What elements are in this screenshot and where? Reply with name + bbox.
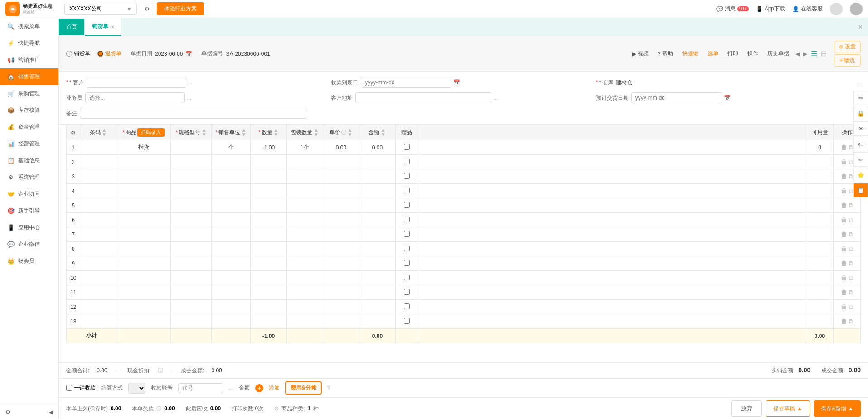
sidebar-item-purchase[interactable]: 🛒 采购管理 <box>0 85 58 102</box>
row-qty-2[interactable] <box>250 155 286 169</box>
row-unit-9[interactable] <box>212 256 251 271</box>
sidebar-collapse-icon[interactable]: ◀ <box>49 409 53 415</box>
row-unit-8[interactable] <box>212 242 251 256</box>
row-unit-5[interactable] <box>212 198 251 213</box>
row-delete-2[interactable]: 🗑 <box>841 158 847 165</box>
sidebar-gear-icon[interactable]: ⚙ <box>5 409 10 415</box>
expected-date-input[interactable] <box>631 92 722 103</box>
row-amount-6[interactable] <box>359 213 395 227</box>
row-barcode-5[interactable] <box>80 198 116 213</box>
row-spec-8[interactable] <box>171 242 212 256</box>
expense-btn[interactable]: 费用&分摊 <box>285 381 322 395</box>
row-unit-4[interactable] <box>212 184 251 198</box>
row-product-1[interactable]: 拆货 <box>116 140 171 155</box>
row-delete-13[interactable]: 🗑 <box>841 318 847 325</box>
row-gift-12[interactable] <box>395 300 418 314</box>
row-amount-4[interactable] <box>359 184 395 198</box>
customer-address-input[interactable] <box>355 92 491 103</box>
address-dots-btn[interactable]: ... <box>493 95 498 101</box>
due-date-input[interactable] <box>361 77 451 88</box>
next-record-icon[interactable]: ▶ <box>803 51 807 57</box>
row-barcode-9[interactable] <box>80 256 116 271</box>
row-amount-8[interactable] <box>359 242 395 256</box>
row-qty-1[interactable]: -1.00 <box>250 140 286 155</box>
float-edit-btn[interactable]: ✏ <box>853 91 868 105</box>
sidebar-item-operation[interactable]: 📊 经营管理 <box>0 135 58 152</box>
row-unit-6[interactable] <box>212 213 251 227</box>
tab-close-icon[interactable]: × <box>111 24 114 29</box>
float-lock-btn[interactable]: 🔒 <box>853 106 868 120</box>
dots-account[interactable]: ... <box>229 385 233 391</box>
row-amount-13[interactable] <box>359 314 395 329</box>
row-spec-2[interactable] <box>171 155 212 169</box>
th-settings[interactable]: ⚙ <box>67 125 80 140</box>
float-eye-btn[interactable]: 👁 <box>853 121 868 136</box>
toolbar-history-btn[interactable]: 历史单据 <box>765 49 792 58</box>
salesperson-dots-btn[interactable]: ... <box>187 95 191 101</box>
row-copy-9[interactable]: ⧉ <box>849 260 853 267</box>
sidebar-item-basic-info[interactable]: 📋 基础信息 <box>0 152 58 169</box>
trial-btn[interactable]: 体验行业方案 <box>157 2 204 15</box>
avatar[interactable] <box>830 3 843 15</box>
company-selector[interactable]: XXXXXX公司 ▼ <box>64 3 137 15</box>
save-draft-btn[interactable]: 保存草稿 ▲ <box>766 400 810 417</box>
sidebar-item-sales[interactable]: 🏠 销售管理 <box>0 68 58 85</box>
row-unit-11[interactable] <box>212 285 251 300</box>
row-pkgqty-9[interactable] <box>286 256 323 271</box>
row-price-4[interactable] <box>323 184 359 198</box>
row-price-12[interactable] <box>323 300 359 314</box>
row-unit-3[interactable] <box>212 169 251 184</box>
row-qty-8[interactable] <box>250 242 286 256</box>
row-copy-3[interactable]: ⧉ <box>849 173 853 180</box>
row-product-10[interactable] <box>116 271 171 285</box>
sidebar-item-member[interactable]: 👑 畅会员 <box>0 253 58 270</box>
tab-home[interactable]: 首页 <box>59 19 85 35</box>
row-delete-11[interactable]: 🗑 <box>841 289 847 296</box>
toolbar-shortcut-btn[interactable]: 快捷键 <box>679 49 701 58</box>
calc-method-select[interactable] <box>128 383 145 394</box>
sidebar-item-quick-nav[interactable]: ⚡ 快捷导航 <box>0 35 58 52</box>
row-qty-12[interactable] <box>250 300 286 314</box>
row-pkgqty-7[interactable] <box>286 227 323 242</box>
row-delete-3[interactable]: 🗑 <box>841 173 847 180</box>
row-unit-10[interactable] <box>212 271 251 285</box>
row-barcode-7[interactable] <box>80 227 116 242</box>
row-copy-2[interactable]: ⧉ <box>849 158 853 165</box>
row-copy-12[interactable]: ⧉ <box>849 303 853 310</box>
row-price-5[interactable] <box>323 198 359 213</box>
row-spec-4[interactable] <box>171 184 212 198</box>
row-gift-3[interactable] <box>395 169 418 184</box>
warehouse-dots-btn[interactable]: ... <box>856 79 861 86</box>
owed-info-icon[interactable]: ⓘ <box>156 405 161 412</box>
row-price-1[interactable]: 0.00 <box>323 140 359 155</box>
row-pkgqty-6[interactable] <box>286 213 323 227</box>
row-amount-1[interactable]: 0.00 <box>359 140 395 155</box>
row-barcode-8[interactable] <box>80 242 116 256</box>
date-calendar-icon[interactable]: 📅 <box>185 51 192 57</box>
row-pkgqty-4[interactable] <box>286 184 323 198</box>
row-spec-6[interactable] <box>171 213 212 227</box>
row-delete-9[interactable]: 🗑 <box>841 260 847 267</box>
sidebar-item-system[interactable]: ⚙ 系统管理 <box>0 169 58 186</box>
row-gift-9[interactable] <box>395 256 418 271</box>
salesperson-input[interactable] <box>85 92 185 103</box>
row-delete-10[interactable]: 🗑 <box>841 274 847 281</box>
row-qty-11[interactable] <box>250 285 286 300</box>
row-barcode-4[interactable] <box>80 184 116 198</box>
row-gift-11[interactable] <box>395 285 418 300</box>
logistics-action-btn[interactable]: + 物流 <box>834 54 861 67</box>
save-new-btn[interactable]: 保存&新增 ▲ <box>814 400 861 417</box>
row-gift-5[interactable] <box>395 198 418 213</box>
row-price-7[interactable] <box>323 227 359 242</box>
row-price-10[interactable] <box>323 271 359 285</box>
price-info-icon[interactable]: ⓘ <box>341 129 346 136</box>
row-gift-4[interactable] <box>395 184 418 198</box>
sidebar-item-marketing[interactable]: 📢 营销推广 <box>0 52 58 68</box>
toolbar-select-btn[interactable]: 选单 <box>705 49 721 58</box>
row-qty-5[interactable] <box>250 198 286 213</box>
row-amount-2[interactable] <box>359 155 395 169</box>
row-pkgqty-8[interactable] <box>286 242 323 256</box>
row-amount-11[interactable] <box>359 285 395 300</box>
grid-view-icon[interactable]: ⊞ <box>821 49 827 58</box>
row-barcode-1[interactable] <box>80 140 116 155</box>
